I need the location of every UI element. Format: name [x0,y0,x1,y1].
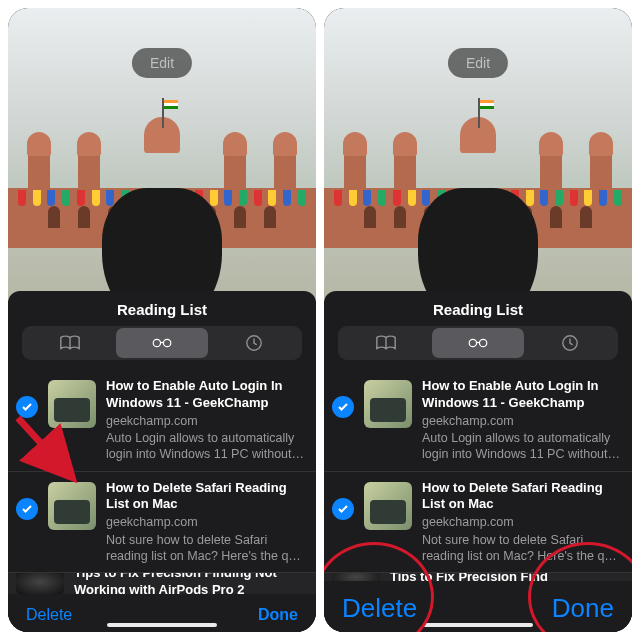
item-description: Auto Login allows to automatically login… [422,430,620,463]
svg-point-5 [479,339,486,346]
clock-icon [243,334,265,352]
home-indicator[interactable] [423,623,533,627]
svg-point-4 [469,339,476,346]
item-title: How to Delete Safari Reading List on Mac [422,480,620,514]
item-title: How to Enable Auto Login In Windows 11 -… [106,378,304,412]
sheet-title: Reading List [324,291,632,326]
item-description: Not sure how to delete Safari reading li… [106,532,304,565]
glasses-icon [467,334,489,352]
sheet-title: Reading List [8,291,316,326]
svg-point-0 [153,339,160,346]
svg-line-3 [18,418,68,473]
thumbnail [364,482,412,530]
edit-button[interactable]: Edit [132,48,192,78]
tab-reading-list[interactable] [116,328,208,358]
screenshot-left: Edit Reading List How to Enable Auto Log… [8,8,316,632]
item-site: geekchamp.com [422,514,620,530]
tab-history[interactable] [208,328,300,358]
clock-icon [559,334,581,352]
thumbnail [16,572,64,593]
checkmark-icon[interactable] [332,498,354,520]
tab-bookmarks[interactable] [340,328,432,358]
screenshot-right: Edit Reading List How to Enable Auto Log… [324,8,632,632]
segmented-control[interactable] [338,326,618,360]
item-title: Tips to Fix Precision Finding Not Workin… [74,572,304,594]
item-description: Auto Login allows to automatically login… [106,430,304,463]
list-item[interactable]: Tips to Fix Precision Finding Not Workin… [8,572,316,594]
home-indicator[interactable] [107,623,217,627]
book-icon [59,334,81,352]
thumbnail [364,380,412,428]
tab-reading-list[interactable] [432,328,524,358]
delete-button[interactable]: Delete [26,606,72,624]
checkmark-icon[interactable] [332,396,354,418]
edit-button[interactable]: Edit [448,48,508,78]
checkmark-icon[interactable] [16,498,38,520]
flag-icon [478,98,480,128]
annotation-arrow [8,408,98,498]
svg-point-1 [163,339,170,346]
tab-bookmarks[interactable] [24,328,116,358]
book-icon [375,334,397,352]
flag-icon [162,98,164,128]
done-button[interactable]: Done [258,606,298,624]
list-item[interactable]: How to Enable Auto Login In Windows 11 -… [324,370,632,471]
item-title: How to Delete Safari Reading List on Mac [106,480,304,514]
item-site: geekchamp.com [422,413,620,429]
glasses-icon [151,334,173,352]
item-site: geekchamp.com [106,514,304,530]
item-site: geekchamp.com [106,413,304,429]
segmented-control[interactable] [22,326,302,360]
item-title: How to Enable Auto Login In Windows 11 -… [422,378,620,412]
tab-history[interactable] [524,328,616,358]
